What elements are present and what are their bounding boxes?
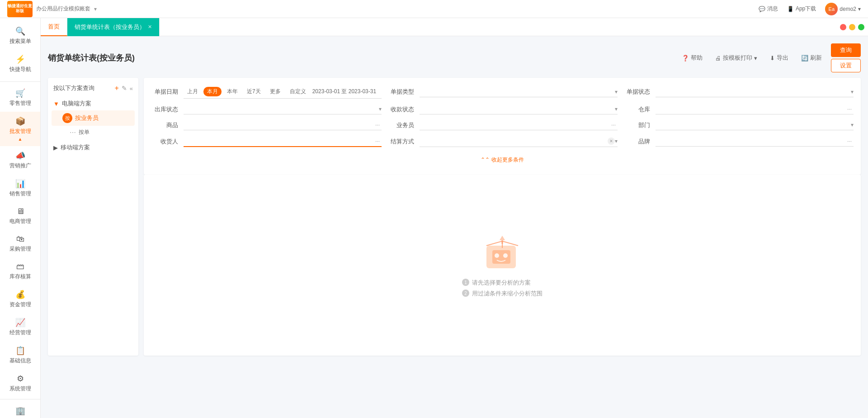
- product-ellipsis-icon[interactable]: ···: [373, 122, 382, 128]
- refresh-icon: 🔄: [801, 55, 808, 62]
- system-icon: ⚙: [17, 374, 24, 384]
- help-icon: ❓: [682, 55, 689, 62]
- page-header: 销货单统计表(按业务员) ❓ 帮助 🖨 按模板打印 ▾ ⬇ 导出: [48, 43, 861, 72]
- sidebar-item-enterprise[interactable]: 🏢 企业协同: [8, 401, 33, 418]
- date-badge-this-year[interactable]: 本年: [223, 87, 241, 96]
- wholesale-icon: 📦: [15, 116, 25, 126]
- date-badge-custom[interactable]: 自定义: [286, 87, 310, 96]
- receipt-dropdown-icon[interactable]: ▾: [615, 106, 618, 112]
- tab-close-icon[interactable]: ✕: [148, 24, 152, 30]
- retail-icon: 🛒: [15, 88, 25, 98]
- sidebar-item-marketing[interactable]: 📣 营销推广: [0, 146, 40, 174]
- scheme-item-by-salesperson[interactable]: 按 按业务员: [52, 110, 135, 126]
- refresh-button[interactable]: 🔄 刷新: [797, 52, 826, 64]
- sidebar: 🔍 搜索菜单 ⚡ 快捷导航 🛒 零售管理 📦 批发管理 ▲ 📣 营销推广: [0, 18, 41, 418]
- date-badge-last-month[interactable]: 上月: [184, 87, 202, 96]
- doc-type-dropdown-icon[interactable]: ▾: [615, 89, 618, 95]
- page-title: 销货单统计表(按业务员): [48, 52, 135, 63]
- pc-group-header[interactable]: ▼ 电脑端方案: [52, 97, 135, 110]
- basic-info-icon: 📋: [15, 346, 25, 356]
- sidebar-item-wholesale[interactable]: 📦 批发管理 ▲: [0, 112, 40, 146]
- filter-row-2: 出库状态 ▾ 收款状态 ▾ 仓库: [151, 104, 854, 114]
- doc-status-dropdown-icon[interactable]: ▾: [851, 89, 854, 95]
- app-subtitle: 办公用品行业模拟账套: [36, 5, 90, 13]
- dropdown-arrow-icon[interactable]: ▾: [94, 6, 97, 12]
- sidebar-item-purchase[interactable]: 🛍 采购管理: [0, 230, 40, 257]
- page-content: 销货单统计表(按业务员) ❓ 帮助 🖨 按模板打印 ▾ ⬇ 导出: [41, 36, 868, 418]
- download-icon: 📱: [787, 6, 794, 12]
- marketing-icon: 📣: [15, 151, 25, 161]
- purchase-icon: 🛍: [16, 234, 24, 244]
- sidebar-item-system[interactable]: ⚙ 系统管理: [0, 369, 40, 397]
- scheme-panel-header: 按以下方案查询 + ✎ «: [52, 81, 135, 95]
- window-minimize-button[interactable]: −: [849, 24, 855, 30]
- export-button[interactable]: ⬇ 导出: [766, 52, 792, 64]
- sidebar-item-finance[interactable]: 💰 资金管理: [0, 285, 40, 313]
- query-button[interactable]: 查询: [831, 43, 861, 57]
- department-dropdown-icon[interactable]: ▾: [851, 122, 854, 128]
- pc-scheme-group: ▼ 电脑端方案 按 按业务员 ⋯ 按单: [52, 97, 135, 139]
- tab-home[interactable]: 首页: [41, 18, 67, 36]
- message-icon: 💬: [759, 6, 765, 12]
- date-badge-more[interactable]: 更多: [266, 87, 284, 96]
- edit-scheme-button[interactable]: ✎: [122, 85, 127, 92]
- salesperson-label: 业务员: [387, 121, 414, 129]
- window-controls: ✕ − ⛶: [840, 24, 864, 30]
- content-area: 首页 销货单统计表（按业务员） ✕ ✕ − ⛶ 销货单统计表(按业务员): [41, 18, 868, 418]
- date-shortcuts: 上月 本月 本年 近7天 更多 自定义: [184, 87, 310, 96]
- message-button[interactable]: 💬 消息: [759, 5, 778, 13]
- user-dropdown-icon: ▾: [858, 6, 861, 12]
- sidebar-item-basic-info[interactable]: 📋 基础信息: [0, 341, 40, 369]
- empty-step-2: 2 用过滤条件来缩小分析范围: [462, 290, 542, 298]
- print-dropdown-icon: ▾: [754, 55, 757, 62]
- date-label: 单据日期: [151, 88, 178, 96]
- sidebar-section-bottom: 🏢 企业协同 🎯 新手引导 🔧 应用中心 💬 企业微信 👤 畅会员: [8, 401, 33, 418]
- sidebar-item-sales[interactable]: 📊 销售管理: [0, 174, 40, 202]
- sidebar-nav: 🛒 零售管理 📦 批发管理 ▲ 📣 营销推广 📊 销售管理 🖥 电商管理: [0, 84, 40, 399]
- sub-icon: ⋯: [70, 129, 76, 136]
- help-button[interactable]: ❓ 帮助: [678, 52, 706, 64]
- template-print-button[interactable]: 🖨 按模板打印 ▾: [712, 52, 761, 64]
- brand-ellipsis-icon[interactable]: ···: [845, 138, 854, 144]
- sidebar-item-quick-nav[interactable]: ⚡ 快捷导航: [0, 50, 40, 78]
- inventory-icon: 🗃: [16, 262, 24, 271]
- sidebar-item-ecommerce[interactable]: 🖥 电商管理: [0, 202, 40, 230]
- collapse-scheme-button[interactable]: «: [130, 85, 133, 92]
- mobile-group-header[interactable]: ▶ 移动端方案: [52, 141, 135, 154]
- sidebar-item-retail[interactable]: 🛒 零售管理: [0, 84, 40, 112]
- receiver-ellipsis-icon[interactable]: ···: [373, 138, 382, 144]
- scheme-subitem-by-order[interactable]: ⋯ 按单: [52, 126, 135, 139]
- window-maximize-button[interactable]: ⛶: [858, 24, 864, 30]
- outbound-label: 出库状态: [151, 105, 178, 114]
- search-icon: 🔍: [15, 26, 25, 36]
- add-scheme-button[interactable]: +: [114, 84, 118, 92]
- sidebar-item-operations[interactable]: 📈 经营管理: [0, 313, 40, 341]
- sidebar-item-search[interactable]: 🔍 搜索菜单: [0, 22, 40, 50]
- payment-method-clear-button[interactable]: ×: [608, 138, 615, 145]
- date-badge-7days[interactable]: 近7天: [243, 87, 264, 96]
- page-actions: ❓ 帮助 🖨 按模板打印 ▾ ⬇ 导出 🔄 刷新: [678, 43, 861, 72]
- date-badge-this-month[interactable]: 本月: [203, 87, 222, 96]
- main-layout: 🔍 搜索菜单 ⚡ 快捷导航 🛒 零售管理 📦 批发管理 ▲ 📣 营销推广: [0, 18, 868, 418]
- user-profile-button[interactable]: Ea demo2 ▾: [825, 3, 861, 15]
- user-avatar: Ea: [825, 3, 838, 15]
- department-label: 部门: [623, 121, 650, 129]
- settings-button[interactable]: 设置: [831, 59, 861, 72]
- warehouse-label: 仓库: [623, 105, 650, 114]
- sidebar-item-inventory[interactable]: 🗃 库存核算: [0, 257, 40, 285]
- warehouse-ellipsis-icon[interactable]: ···: [845, 106, 854, 112]
- outbound-dropdown-icon[interactable]: ▾: [379, 106, 382, 112]
- filter-row-4: 收货人 ··· 结算方式 × ▾ 品牌: [151, 136, 854, 147]
- window-close-button[interactable]: ✕: [840, 24, 846, 30]
- svg-point-4: [503, 253, 508, 258]
- scheme-panel: 按以下方案查询 + ✎ « ▼ 电脑端方案 按: [48, 78, 138, 356]
- payment-method-dropdown-icon[interactable]: ▾: [615, 138, 618, 144]
- operations-icon: 📈: [15, 318, 25, 328]
- enterprise-icon: 🏢: [15, 406, 25, 416]
- collapse-conditions-button[interactable]: ⌃⌃ 收起更多条件: [151, 152, 854, 167]
- ecommerce-icon: 🖥: [16, 207, 24, 216]
- tab-sales-stat[interactable]: 销货单统计表（按业务员） ✕: [67, 18, 160, 36]
- app-download-button[interactable]: 📱 App下载: [787, 5, 816, 13]
- tab-bar-actions: ✕ − ⛶: [840, 24, 868, 30]
- salesperson-ellipsis-icon[interactable]: ···: [609, 122, 618, 128]
